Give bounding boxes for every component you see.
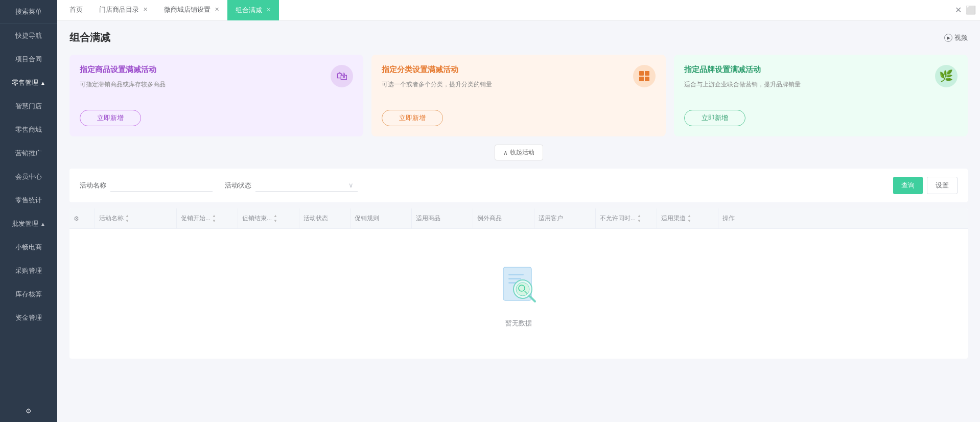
th-settings[interactable]: ⚙ [69, 208, 95, 228]
sidebar-item-retail-stats[interactable]: 零售统计 [0, 189, 57, 212]
th-name[interactable]: 活动名称 ▲▼ [95, 208, 177, 228]
sidebar-item-purchase-mgmt[interactable]: 采购管理 [0, 259, 57, 283]
sidebar-item-retail-mgmt[interactable]: 零售管理 ▲ [0, 71, 57, 95]
th-channel[interactable]: 适用渠道 ▲▼ [657, 208, 718, 228]
window-maximize-icon[interactable]: ⬜ [966, 5, 976, 15]
activity-card-brand: 🌿 指定品牌设置满减活动 适合与上游企业联合做营销，提升品牌销量 立即新增 [674, 55, 968, 136]
sidebar-item-inventory[interactable]: 库存核算 [0, 283, 57, 306]
sidebar-item-xiaochangec[interactable]: 小畅电商 [0, 236, 57, 259]
sort-icon: ▲▼ [125, 214, 129, 223]
tab-wechat-store-label: 微商城店铺设置 [164, 5, 211, 14]
card-brand-icon: 🌿 [935, 65, 958, 87]
collapse-button[interactable]: ∧ 收起活动 [495, 145, 543, 160]
activity-card-product: 🛍 指定商品设置满减活动 可指定滞销商品或库存较多商品 立即新增 [69, 55, 363, 136]
card-product-icon: 🛍 [331, 65, 353, 87]
th-start-label: 促销开始... [181, 214, 211, 223]
chevron-up-icon: ▲ [40, 80, 45, 86]
card-brand-add-button[interactable]: 立即新增 [684, 110, 745, 126]
data-table: ⚙ 活动名称 ▲▼ 促销开始... ▲▼ 促销结束... ▲▼ 活动状态 [69, 208, 968, 359]
svg-rect-6 [508, 278, 521, 279]
activity-status-field: 活动状态 ∨ [225, 179, 358, 192]
page-title: 组合满减 [69, 31, 110, 44]
search-bar: 活动名称 活动状态 ∨ 查询 设置 [69, 169, 968, 202]
sidebar: 搜索菜单 快捷导航 项目合同 零售管理 ▲ 智慧门店 零售商城 营销推广 会员中… [0, 0, 57, 422]
card-product-add-button[interactable]: 立即新增 [80, 110, 141, 126]
tab-combo-discount[interactable]: 组合满减 ✕ [227, 0, 279, 20]
sidebar-item-label: 快捷导航 [15, 31, 42, 40]
th-no-overlap-label: 不允许同时... [600, 214, 636, 223]
card-product-title: 指定商品设置满减活动 [80, 65, 353, 75]
sidebar-item-quick-nav[interactable]: 快捷导航 [0, 24, 57, 48]
activity-cards: 🛍 指定商品设置满减活动 可指定滞销商品或库存较多商品 立即新增 指定分类设置满… [69, 55, 968, 136]
sort-icon: ▲▼ [212, 214, 216, 223]
th-customers: 适用客户 [534, 208, 596, 228]
svg-rect-0 [639, 71, 644, 76]
card-category-add-button[interactable]: 立即新增 [382, 110, 443, 126]
th-excluded-label: 例外商品 [477, 214, 502, 223]
activity-status-label: 活动状态 [225, 181, 251, 190]
page-header: 组合满减 ▶ 视频 [69, 31, 968, 44]
sidebar-item-marketing[interactable]: 营销推广 [0, 142, 57, 165]
th-channel-label: 适用渠道 [661, 214, 686, 223]
sidebar-item-member-center[interactable]: 会员中心 [0, 165, 57, 189]
tab-store-catalog[interactable]: 门店商品目录 ✕ [91, 0, 156, 20]
card-brand-desc: 适合与上游企业联合做营销，提升品牌销量 [684, 80, 958, 105]
th-goods: 适用商品 [412, 208, 473, 228]
sidebar-item-label: 采购管理 [15, 266, 42, 275]
video-label: 视频 [954, 33, 968, 42]
th-end[interactable]: 促销结束... ▲▼ [238, 208, 299, 228]
tab-home[interactable]: 首页 [61, 0, 91, 20]
sort-icon: ▲▼ [637, 214, 641, 223]
th-excluded: 例外商品 [473, 208, 534, 228]
svg-rect-5 [508, 274, 524, 275]
th-start[interactable]: 促销开始... ▲▼ [177, 208, 238, 228]
tab-combo-discount-close[interactable]: ✕ [266, 7, 271, 13]
sidebar-settings-button[interactable]: ⚙ [0, 400, 57, 422]
th-customers-label: 适用客户 [539, 214, 563, 223]
th-no-overlap[interactable]: 不允许同时... ▲▼ [596, 208, 657, 228]
sidebar-item-project-contract[interactable]: 项目合同 [0, 48, 57, 71]
tab-store-catalog-label: 门店商品目录 [99, 5, 139, 14]
play-icon: ▶ [944, 34, 952, 42]
sidebar-item-label: 资金管理 [15, 313, 42, 322]
chevron-down-icon: ▲ [40, 221, 45, 227]
tab-wechat-store-close[interactable]: ✕ [215, 6, 219, 13]
sidebar-item-label: 零售商城 [15, 125, 42, 134]
activity-name-field: 活动名称 [80, 179, 213, 192]
th-status: 活动状态 [299, 208, 351, 228]
activity-status-select[interactable]: ∨ [255, 179, 358, 192]
video-link[interactable]: ▶ 视频 [944, 33, 968, 42]
sidebar-item-wholesale-mgmt[interactable]: 批发管理 ▲ [0, 212, 57, 236]
settings-button[interactable]: 设置 [927, 177, 958, 194]
sidebar-item-label: 智慧门店 [15, 102, 42, 111]
activity-name-label: 活动名称 [80, 181, 106, 190]
sidebar-item-label: 营销推广 [15, 149, 42, 158]
sidebar-search[interactable]: 搜索菜单 [0, 0, 57, 24]
gear-icon: ⚙ [26, 407, 32, 415]
table-header: ⚙ 活动名称 ▲▼ 促销开始... ▲▼ 促销结束... ▲▼ 活动状态 [69, 208, 968, 229]
th-actions: 操作 [718, 208, 769, 228]
card-product-desc: 可指定滞销商品或库存较多商品 [80, 80, 353, 105]
empty-state: 暂无数据 [69, 229, 968, 359]
tab-combo-discount-label: 组合满减 [236, 6, 262, 15]
card-brand-title: 指定品牌设置满减活动 [684, 65, 958, 75]
activity-name-input[interactable] [110, 179, 213, 192]
query-button[interactable]: 查询 [893, 177, 923, 194]
th-rules-label: 促销规则 [355, 214, 379, 223]
card-category-desc: 可选一个或者多个分类，提升分类的销量 [382, 80, 655, 105]
sidebar-item-label: 零售管理 [12, 78, 38, 87]
window-close-icon[interactable]: ✕ [955, 5, 962, 15]
tab-store-catalog-close[interactable]: ✕ [143, 6, 148, 13]
tab-home-label: 首页 [69, 5, 83, 14]
sidebar-item-retail-mall[interactable]: 零售商城 [0, 118, 57, 142]
tab-wechat-store[interactable]: 微商城店铺设置 ✕ [156, 0, 227, 20]
sidebar-item-capital-mgmt[interactable]: 资金管理 [0, 306, 57, 330]
collapse-icon: ∧ [503, 149, 508, 156]
svg-rect-2 [639, 77, 644, 81]
sidebar-item-smart-store[interactable]: 智慧门店 [0, 95, 57, 118]
th-status-label: 活动状态 [304, 214, 328, 223]
sort-icon: ▲▼ [687, 214, 691, 223]
th-name-label: 活动名称 [99, 214, 124, 223]
th-actions-label: 操作 [722, 214, 735, 223]
svg-rect-1 [645, 71, 649, 76]
